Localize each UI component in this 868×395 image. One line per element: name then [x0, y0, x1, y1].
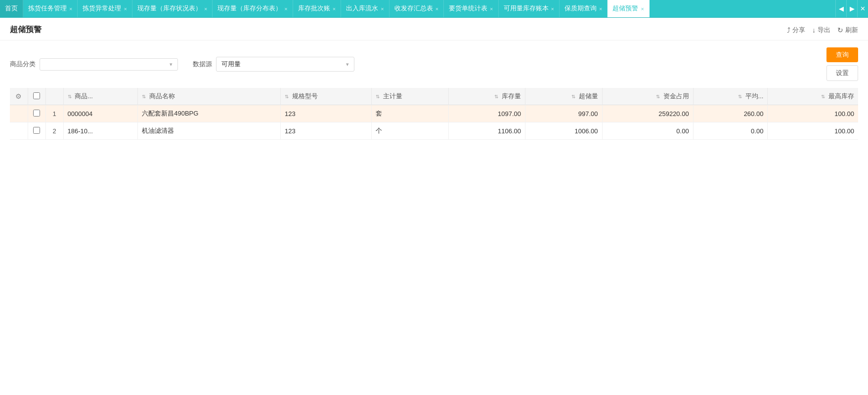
col-product-code[interactable]: ⇅ 商品... [63, 88, 138, 105]
row-product-code-0: 0000004 [63, 105, 138, 122]
datasource-value: 可用量 [221, 60, 241, 69]
query-button[interactable]: 查询 [826, 47, 858, 62]
col-capital[interactable]: ⇅ 资金占用 [602, 88, 693, 105]
category-select[interactable]: ▾ [40, 58, 178, 71]
row-index-1: 2 [45, 122, 63, 140]
row-avg-0: 260.00 [693, 105, 768, 122]
datasource-filter-group: 数据源 可用量 ▾ [193, 57, 354, 72]
row-product-code-1: 186-10... [63, 122, 138, 140]
table-row: 2 186-10... 机油滤清器 123 个 1106.00 1006.00 … [10, 122, 858, 140]
nav-expiry[interactable]: 保质期查询 × [560, 0, 608, 18]
nav-stock-status[interactable]: 现存量（库存状况表） × [132, 0, 213, 18]
sort-avg-icon: ⇅ [738, 94, 742, 99]
col-index [45, 88, 63, 105]
page-title: 超储预警 [10, 25, 42, 35]
category-chevron: ▾ [170, 61, 173, 68]
col-unit[interactable]: ⇅ 主计量 [372, 88, 448, 105]
settings-button[interactable]: 设置 [826, 65, 858, 81]
nav-stock-dist[interactable]: 现存量（库存分布表） × [213, 0, 293, 18]
row-index-0: 1 [45, 105, 63, 122]
nav-inout[interactable]: 出入库流水 × [341, 0, 389, 18]
refresh-link[interactable]: ↻ 刷新 [837, 26, 858, 35]
row-settings-0 [10, 105, 28, 122]
sort-over-stock-icon: ⇅ [571, 94, 575, 99]
row-over-stock-0: 997.00 [525, 105, 602, 122]
nav-batch[interactable]: 库存批次账 × [293, 0, 341, 18]
row-checkbox-1[interactable] [33, 127, 40, 134]
page-content: 超储预警 ⤴ 分享 ↓ 导出 ↻ 刷新 商品分类 ▾ 数据源 [0, 18, 868, 395]
nav-pick-exception[interactable]: 拣货异常处理 × [78, 0, 132, 18]
category-filter-group: 商品分类 ▾ [10, 58, 178, 71]
data-table: ⚙ ⇅ 商品... ⇅ 商品名称 ⇅ [10, 88, 858, 140]
sort-spec-icon: ⇅ [285, 94, 289, 99]
row-unit-1: 个 [372, 122, 448, 140]
refresh-icon: ↻ [837, 26, 843, 34]
filter-buttons: 查询 设置 [826, 47, 858, 81]
gear-icon[interactable]: ⚙ [15, 92, 22, 100]
row-unit-0: 套 [372, 105, 448, 122]
nav-close-batch[interactable]: × [333, 6, 336, 12]
col-settings[interactable]: ⚙ [10, 88, 28, 105]
col-max-stock[interactable]: ⇅ 最高库存 [768, 88, 858, 105]
row-spec-0: 123 [281, 105, 372, 122]
row-avg-1: 0.00 [693, 122, 768, 140]
nav-close-stock-status[interactable]: × [204, 6, 207, 12]
table-row: 1 0000004 六配套新昌490BPG 123 套 1097.00 997.… [10, 105, 858, 122]
nav-next-btn[interactable]: ▶ [846, 0, 857, 18]
nav-home[interactable]: 首页 [0, 0, 23, 18]
sort-capital-icon: ⇅ [656, 94, 660, 99]
row-max-stock-1: 100.00 [768, 122, 858, 140]
row-settings-1 [10, 122, 28, 140]
nav-close-stock-dist[interactable]: × [284, 6, 287, 12]
row-product-name-1: 机油滤清器 [138, 122, 281, 140]
datasource-chevron: ▾ [346, 61, 349, 68]
table-body: 1 0000004 六配套新昌490BPG 123 套 1097.00 997.… [10, 105, 858, 140]
nav-close-pick-task[interactable]: × [69, 6, 72, 12]
table-wrap: ⚙ ⇅ 商品... ⇅ 商品名称 ⇅ [0, 88, 868, 140]
export-icon: ↓ [812, 26, 816, 34]
row-checkbox-0[interactable] [33, 110, 40, 117]
col-spec[interactable]: ⇅ 规格型号 [281, 88, 372, 105]
row-checkbox-cell-0[interactable] [28, 105, 45, 122]
datasource-select[interactable]: 可用量 ▾ [216, 57, 354, 72]
nav-prev-btn[interactable]: ◀ [835, 0, 846, 18]
nav-close-pick-exception[interactable]: × [124, 6, 127, 12]
row-product-name-0: 六配套新昌490BPG [138, 105, 281, 122]
col-product-name[interactable]: ⇅ 商品名称 [138, 88, 281, 105]
nav-close-expiry[interactable]: × [599, 6, 602, 12]
sort-unit-icon: ⇅ [376, 94, 380, 99]
select-all-checkbox[interactable] [33, 92, 40, 99]
nav-close-requisition[interactable]: × [490, 6, 493, 12]
sort-max-stock-icon: ⇅ [821, 94, 825, 99]
top-nav: 首页 拣货任务管理 × 拣货异常处理 × 现存量（库存状况表） × 现存量（库存… [0, 0, 868, 18]
nav-available[interactable]: 可用量库存账本 × [499, 0, 560, 18]
share-link[interactable]: ⤴ 分享 [787, 26, 805, 35]
row-capital-0: 259220.00 [602, 105, 693, 122]
nav-close-overstock[interactable]: × [641, 6, 644, 12]
share-icon: ⤴ [787, 26, 790, 34]
col-avg[interactable]: ⇅ 平均... [693, 88, 768, 105]
nav-close-inout[interactable]: × [381, 6, 384, 12]
filter-area: 商品分类 ▾ 数据源 可用量 ▾ 查询 设置 [0, 40, 868, 86]
row-stock-1: 1106.00 [448, 122, 525, 140]
header-actions: ⤴ 分享 ↓ 导出 ↻ 刷新 [787, 26, 858, 35]
col-checkbox[interactable] [28, 88, 45, 105]
nav-requisition[interactable]: 要货单统计表 × [444, 0, 498, 18]
col-stock[interactable]: ⇅ 库存量 [448, 88, 525, 105]
page-header: 超储预警 ⤴ 分享 ↓ 导出 ↻ 刷新 [0, 18, 868, 40]
sort-product-name-icon: ⇅ [142, 94, 146, 99]
row-over-stock-1: 1006.00 [525, 122, 602, 140]
nav-overstock[interactable]: 超储预警 × [608, 0, 649, 18]
nav-close-btn[interactable]: ✕ [857, 0, 868, 18]
nav-close-summary[interactable]: × [435, 6, 438, 12]
nav-arrows: ◀ ▶ ✕ [835, 0, 868, 18]
row-checkbox-cell-1[interactable] [28, 122, 45, 140]
col-over-stock[interactable]: ⇅ 超储量 [525, 88, 602, 105]
export-link[interactable]: ↓ 导出 [812, 26, 830, 35]
nav-pick-task[interactable]: 拣货任务管理 × [23, 0, 78, 18]
nav-close-available[interactable]: × [551, 6, 554, 12]
nav-summary[interactable]: 收发存汇总表 × [390, 0, 444, 18]
category-label: 商品分类 [10, 60, 36, 69]
sort-product-code-icon: ⇅ [68, 94, 72, 99]
row-spec-1: 123 [281, 122, 372, 140]
